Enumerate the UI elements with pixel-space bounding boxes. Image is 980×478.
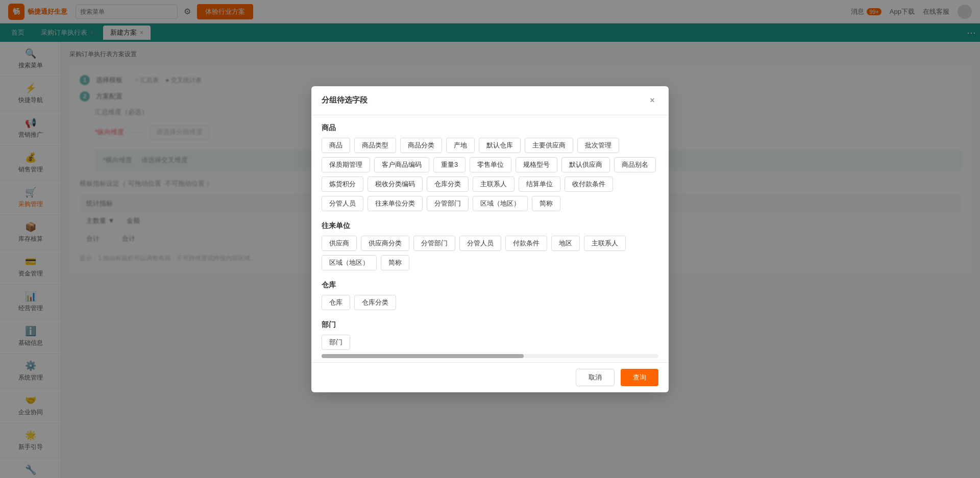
modal-close-button[interactable]: × [646, 94, 658, 107]
field-tag-managing-person[interactable]: 分管人员 [459, 236, 501, 251]
field-tag-supplier[interactable]: 供应商 [322, 236, 357, 251]
field-tag-spec-model[interactable]: 规格型号 [516, 157, 557, 172]
field-tag-retail-unit[interactable]: 零售单位 [470, 157, 511, 172]
section-warehouse-title: 仓库 [322, 281, 658, 290]
field-tag-product[interactable]: 商品 [322, 138, 350, 153]
field-tag-region-partner[interactable]: 区域（地区） [322, 255, 377, 270]
modal-overlay: 分组待选字段 × 商品 商品 商品类型 商品分类 产地 默认仓库 主要供应商 批… [0, 0, 980, 478]
field-tag-partner-category[interactable]: 往来单位分类 [368, 196, 423, 211]
section-department-tags: 部门 [322, 335, 658, 350]
field-tag-abbr-partner[interactable]: 简称 [381, 255, 409, 270]
field-tag-customer-code[interactable]: 客户商品编码 [374, 157, 429, 172]
field-select-modal: 分组待选字段 × 商品 商品 商品类型 商品分类 产地 默认仓库 主要供应商 批… [311, 86, 669, 392]
field-tag-payment-terms[interactable]: 收付款条件 [565, 177, 613, 192]
field-tag-main-supplier[interactable]: 主要供应商 [525, 138, 573, 153]
field-tag-warehouse[interactable]: 仓库 [322, 295, 350, 310]
section-warehouse-tags: 仓库 仓库分类 [322, 295, 658, 310]
field-tag-payment-condition[interactable]: 付款条件 [505, 236, 547, 251]
section-department-title: 部门 [322, 320, 658, 330]
field-tag-product-category[interactable]: 商品分类 [400, 138, 442, 153]
field-tag-tax-code[interactable]: 税收分类编码 [368, 177, 423, 192]
section-partner-title: 往来单位 [322, 221, 658, 231]
section-department: 部门 部门 [322, 320, 658, 350]
section-product-title: 商品 [322, 123, 658, 133]
field-tag-batch-mgmt[interactable]: 批次管理 [577, 138, 619, 153]
modal-footer: 取消 查询 [311, 362, 669, 392]
field-tag-managing-dept[interactable]: 分管部门 [413, 236, 455, 251]
field-tag-weight3[interactable]: 重量3 [433, 157, 465, 172]
field-tag-region[interactable]: 区域（地区） [473, 196, 528, 211]
modal-body: 商品 商品 商品类型 商品分类 产地 默认仓库 主要供应商 批次管理 保质期管理… [311, 115, 669, 354]
modal-horizontal-scrollbar[interactable] [322, 354, 658, 358]
section-partner: 往来单位 供应商 供应商分类 分管部门 分管人员 付款条件 地区 主联系人 区域… [322, 221, 658, 270]
field-tag-default-supplier[interactable]: 默认供应商 [561, 157, 610, 172]
field-tag-department[interactable]: 部门 [322, 335, 350, 350]
cancel-button[interactable]: 取消 [576, 369, 615, 386]
field-tag-settlement-unit[interactable]: 结算单位 [519, 177, 560, 192]
modal-header: 分组待选字段 × [311, 86, 669, 115]
field-tag-expiry-mgmt[interactable]: 保质期管理 [322, 157, 370, 172]
field-tag-main-contact[interactable]: 主联系人 [473, 177, 514, 192]
field-tag-dept[interactable]: 分管部门 [427, 196, 469, 211]
field-tag-warehouse-category[interactable]: 仓库分类 [427, 177, 469, 192]
field-tag-area[interactable]: 地区 [551, 236, 580, 251]
field-tag-product-type[interactable]: 商品类型 [354, 138, 396, 153]
section-warehouse: 仓库 仓库 仓库分类 [322, 281, 658, 310]
field-tag-abbr[interactable]: 简称 [532, 196, 560, 211]
field-tag-main-contact-partner[interactable]: 主联系人 [584, 236, 626, 251]
field-tag-warehouse-class[interactable]: 仓库分类 [354, 295, 396, 310]
confirm-button[interactable]: 查询 [621, 369, 658, 386]
field-tag-responsible-person[interactable]: 分管人员 [322, 196, 363, 211]
section-partner-tags: 供应商 供应商分类 分管部门 分管人员 付款条件 地区 主联系人 区域（地区） … [322, 236, 658, 270]
field-tag-default-warehouse[interactable]: 默认仓库 [479, 138, 521, 153]
section-product: 商品 商品 商品类型 商品分类 产地 默认仓库 主要供应商 批次管理 保质期管理… [322, 123, 658, 211]
modal-title: 分组待选字段 [322, 95, 368, 105]
field-tag-origin[interactable]: 产地 [446, 138, 475, 153]
field-tag-product-alias[interactable]: 商品别名 [614, 157, 656, 172]
field-tag-points[interactable]: 炼货积分 [322, 177, 363, 192]
field-tag-supplier-category[interactable]: 供应商分类 [361, 236, 409, 251]
section-product-tags: 商品 商品类型 商品分类 产地 默认仓库 主要供应商 批次管理 保质期管理 客户… [322, 138, 658, 211]
